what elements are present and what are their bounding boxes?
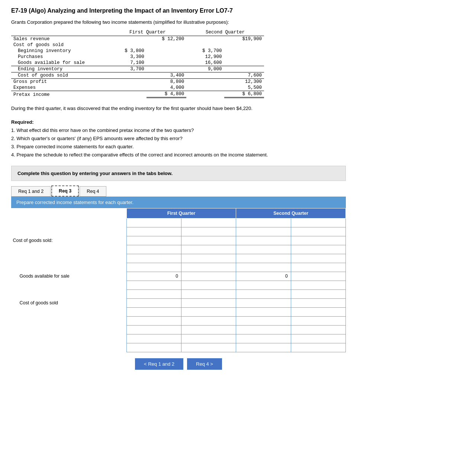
input-r1c3[interactable] <box>238 219 289 226</box>
input-r2c1[interactable] <box>128 228 180 235</box>
input-r2c3[interactable] <box>238 228 289 235</box>
tab-req4[interactable]: Req 4 <box>80 186 106 197</box>
input-r12c2[interactable] <box>183 317 234 324</box>
input-cell[interactable] <box>236 307 291 316</box>
input-r10c4[interactable] <box>293 300 344 307</box>
input-r1c4[interactable] <box>293 219 344 226</box>
input-r6c1[interactable] <box>128 264 180 271</box>
input-cell[interactable] <box>291 272 345 281</box>
input-r4c1[interactable] <box>128 246 180 253</box>
input-r7c1[interactable] <box>128 273 180 280</box>
input-r14c2[interactable] <box>183 335 234 342</box>
input-cell[interactable] <box>181 227 236 236</box>
input-r8c1[interactable] <box>128 282 180 289</box>
input-cell[interactable] <box>126 227 181 236</box>
input-r8c3[interactable] <box>238 282 289 289</box>
input-r15c4[interactable] <box>293 344 344 351</box>
input-r11c3[interactable] <box>238 308 289 316</box>
input-cell[interactable] <box>126 245 181 254</box>
input-r14c1[interactable] <box>128 335 180 342</box>
input-r2c4[interactable] <box>293 228 344 235</box>
input-r13c4[interactable] <box>293 326 344 333</box>
input-r14c3[interactable] <box>238 335 289 342</box>
input-r6c4[interactable] <box>293 264 344 271</box>
input-r4c4[interactable] <box>293 246 344 253</box>
input-cell[interactable] <box>126 254 181 263</box>
input-cell[interactable] <box>181 298 236 307</box>
input-cell[interactable] <box>291 307 345 316</box>
input-cell[interactable] <box>291 281 345 289</box>
input-cell[interactable] <box>181 281 236 289</box>
input-cell[interactable] <box>126 218 181 227</box>
input-r9c4[interactable] <box>293 291 344 298</box>
input-r13c1[interactable] <box>128 326 180 333</box>
input-r11c2[interactable] <box>183 308 234 316</box>
input-r4c3[interactable] <box>238 246 289 253</box>
input-cell[interactable] <box>126 334 181 343</box>
input-r5c3[interactable] <box>238 255 289 262</box>
input-r13c2[interactable] <box>183 326 234 333</box>
input-r15c3[interactable] <box>238 344 289 351</box>
input-cell[interactable] <box>126 307 181 316</box>
input-r13c3[interactable] <box>238 326 289 333</box>
input-cell[interactable] <box>126 263 181 272</box>
input-r9c1[interactable] <box>128 291 180 298</box>
input-r5c2[interactable] <box>183 255 234 262</box>
input-cell[interactable] <box>126 343 181 352</box>
input-cell[interactable] <box>236 227 291 236</box>
input-cell[interactable] <box>236 236 291 245</box>
input-cell[interactable] <box>126 289 181 298</box>
input-cell[interactable] <box>236 298 291 307</box>
input-cell[interactable] <box>291 218 345 227</box>
goods-avail-fq-input[interactable] <box>126 272 181 281</box>
input-cell[interactable] <box>181 218 236 227</box>
input-cell[interactable] <box>181 343 236 352</box>
input-cell[interactable] <box>181 334 236 343</box>
input-r10c1[interactable] <box>128 300 180 307</box>
input-r2c2[interactable] <box>183 228 234 235</box>
input-r12c3[interactable] <box>238 317 289 324</box>
tab-req3[interactable]: Req 3 <box>51 185 79 197</box>
input-r11c1[interactable] <box>128 308 180 316</box>
input-r8c4[interactable] <box>293 282 344 289</box>
input-r6c3[interactable] <box>238 264 289 271</box>
input-r5c4[interactable] <box>293 255 344 262</box>
input-r10c3[interactable] <box>238 300 289 307</box>
input-cell[interactable] <box>126 281 181 289</box>
prev-button[interactable]: < Req 1 and 2 <box>135 358 183 370</box>
input-cell[interactable] <box>236 254 291 263</box>
input-cell[interactable] <box>181 325 236 334</box>
input-cell[interactable] <box>291 298 345 307</box>
input-r4c2[interactable] <box>183 246 234 253</box>
next-button[interactable]: Req 4 > <box>187 358 222 370</box>
input-cell[interactable] <box>291 343 345 352</box>
input-cell[interactable] <box>181 236 236 245</box>
input-cell[interactable] <box>181 307 236 316</box>
input-r3c1[interactable] <box>128 237 180 244</box>
input-cell[interactable] <box>291 245 345 254</box>
input-r6c2[interactable] <box>183 264 234 271</box>
input-cell[interactable] <box>236 281 291 289</box>
input-cell[interactable] <box>236 218 291 227</box>
input-r11c4[interactable] <box>293 308 344 316</box>
input-r12c1[interactable] <box>128 317 180 324</box>
goods-avail-sq-input[interactable] <box>236 272 291 281</box>
input-cell[interactable] <box>291 227 345 236</box>
input-r15c2[interactable] <box>183 344 234 351</box>
input-cell[interactable] <box>181 263 236 272</box>
input-cell[interactable] <box>181 316 236 325</box>
input-r9c2[interactable] <box>183 291 234 298</box>
input-cell[interactable] <box>291 289 345 298</box>
input-cell[interactable] <box>181 272 236 281</box>
input-cell[interactable] <box>181 245 236 254</box>
input-r1c1[interactable] <box>128 219 180 226</box>
input-r1c2[interactable] <box>183 219 234 226</box>
input-cell[interactable] <box>126 298 181 307</box>
input-r9c3[interactable] <box>238 291 289 298</box>
input-cell[interactable] <box>236 316 291 325</box>
input-cell[interactable] <box>181 254 236 263</box>
input-cell[interactable] <box>236 289 291 298</box>
input-cell[interactable] <box>181 289 236 298</box>
input-r14c4[interactable] <box>293 335 344 342</box>
input-cell[interactable] <box>236 334 291 343</box>
